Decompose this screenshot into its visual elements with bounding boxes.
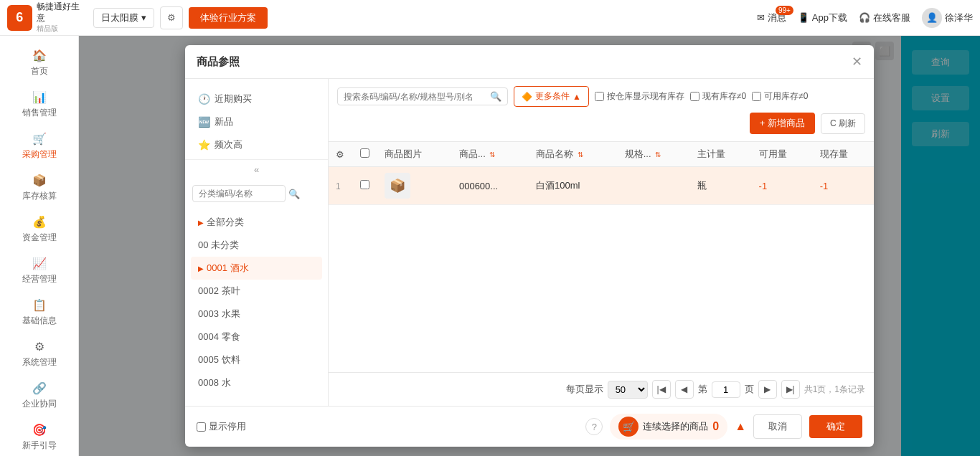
sidebar-item-finance[interactable]: 💰 资金管理 bbox=[0, 208, 78, 250]
select-all-checkbox[interactable] bbox=[360, 148, 369, 158]
cat-water[interactable]: 0008 水 bbox=[191, 371, 322, 394]
new-product-item[interactable]: 🆕 新品 bbox=[191, 110, 322, 133]
recent-icon: 🕐 bbox=[198, 93, 210, 105]
sidebar-label-sales: 销售管理 bbox=[22, 107, 57, 119]
show-disabled-label[interactable]: 显示停用 bbox=[197, 420, 246, 433]
cat-wine-icon: ▶ bbox=[198, 265, 204, 272]
sidebar-item-base[interactable]: 📋 基础信息 bbox=[0, 291, 78, 333]
sort-icon-name: ⇅ bbox=[578, 151, 583, 158]
refresh-btn[interactable]: C 刷新 bbox=[821, 113, 865, 134]
app-download-btn[interactable]: 📱 App下载 bbox=[798, 11, 847, 24]
store-dropdown[interactable]: 日太阳膜 ▾ bbox=[93, 8, 154, 28]
cat-snack[interactable]: 0004 零食 bbox=[191, 326, 322, 348]
sidebar-item-home[interactable]: 🏠 首页 bbox=[0, 42, 78, 83]
first-page-btn[interactable]: |◀ bbox=[652, 380, 671, 399]
current-stock-checkbox[interactable] bbox=[690, 92, 699, 101]
sidebar-item-system[interactable]: ⚙ 系统管理 bbox=[0, 333, 78, 374]
sidebar-item-purchase[interactable]: 🛒 采购管理 bbox=[0, 125, 78, 166]
modal-toolbar: 🔍 🔶 更多条件 ▲ 按仓库显示现有库存 bbox=[329, 79, 874, 142]
cat-wine-label: 0001 酒水 bbox=[207, 262, 249, 275]
collab-icon: 🔗 bbox=[32, 380, 47, 396]
main-layout: 🏠 首页 📊 销售管理 🛒 采购管理 📦 库存核算 💰 资金管理 📈 经营管理 … bbox=[0, 36, 980, 456]
warehouse-stock-checkbox[interactable] bbox=[595, 92, 604, 101]
show-disabled-checkbox[interactable] bbox=[197, 422, 206, 432]
page-number-input[interactable] bbox=[712, 381, 740, 398]
collapse-icon: « bbox=[254, 164, 259, 175]
current-stock-filter[interactable]: 现有库存≠0 bbox=[690, 90, 746, 103]
modal-close-btn[interactable]: ✕ bbox=[852, 54, 862, 70]
product-thumbnail: 📦 bbox=[385, 173, 410, 199]
more-filter-btn[interactable]: 🔶 更多条件 ▲ bbox=[514, 86, 589, 107]
inventory-icon: 📦 bbox=[32, 172, 47, 188]
cat-fruit[interactable]: 0003 水果 bbox=[191, 303, 322, 326]
cell-stock: -1 bbox=[813, 167, 874, 205]
cat-tea[interactable]: 0002 茶叶 bbox=[191, 280, 322, 303]
gear-button[interactable]: ⚙ bbox=[160, 6, 183, 29]
last-page-btn[interactable]: ▶| bbox=[781, 380, 800, 399]
modal-overlay: 商品参照 ✕ 🕐 近期购买 🆕 bbox=[79, 36, 980, 456]
home-icon: 🏠 bbox=[32, 47, 47, 63]
page-label: 第 bbox=[698, 383, 707, 396]
warehouse-stock-label: 按仓库显示现有库存 bbox=[607, 90, 684, 103]
product-search-icon[interactable]: 🔍 bbox=[490, 91, 501, 102]
category-search-input[interactable] bbox=[192, 185, 286, 202]
cat-fruit-label: 0003 水果 bbox=[198, 308, 240, 320]
sidebar-item-collab[interactable]: 🔗 企业协同 bbox=[0, 374, 78, 416]
collapse-cart-btn[interactable]: ▲ bbox=[735, 420, 746, 433]
messages-btn[interactable]: ✉ 消息 99+ bbox=[757, 11, 786, 24]
recent-label: 近期购买 bbox=[215, 92, 252, 105]
product-stock: -1 bbox=[820, 181, 829, 191]
recent-purchase-item[interactable]: 🕐 近期购买 bbox=[191, 87, 322, 110]
cat-unclassified[interactable]: 00 未分类 bbox=[191, 234, 322, 257]
user-area[interactable]: 👤 徐泽华 bbox=[922, 8, 973, 28]
confirm-btn[interactable]: 确定 bbox=[809, 415, 862, 438]
cat-snack-label: 0004 零食 bbox=[198, 331, 240, 343]
cart-count: 0 bbox=[712, 420, 719, 433]
product-name: 白酒100ml bbox=[536, 180, 580, 191]
new-label: 新品 bbox=[215, 115, 233, 128]
sidebar-label-system: 系统管理 bbox=[22, 356, 57, 369]
sidebar-item-business[interactable]: 📈 经营管理 bbox=[0, 250, 78, 291]
col-code-label: 商品... bbox=[459, 148, 486, 159]
row-checkbox[interactable] bbox=[360, 180, 369, 189]
cat-wine[interactable]: ▶ 0001 酒水 bbox=[191, 257, 322, 280]
col-code[interactable]: 商品... ⇅ bbox=[452, 142, 529, 167]
col-spec[interactable]: 规格... ⇅ bbox=[618, 142, 691, 167]
sidebar-label-guide: 新手引导 bbox=[22, 440, 57, 452]
available-stock-filter[interactable]: 可用库存≠0 bbox=[752, 90, 808, 103]
cat-unclassified-label: 00 未分类 bbox=[198, 239, 239, 252]
new-icon: 🆕 bbox=[198, 116, 210, 128]
cancel-btn[interactable]: 取消 bbox=[753, 414, 802, 439]
col-settings[interactable]: ⚙ bbox=[329, 142, 353, 167]
trial-button[interactable]: 体验行业方案 bbox=[189, 7, 268, 29]
table-row[interactable]: 1 📦 00 bbox=[329, 167, 874, 205]
sort-icon-code: ⇅ bbox=[489, 151, 495, 158]
sidebar-item-inventory[interactable]: 📦 库存核算 bbox=[0, 166, 78, 208]
cell-image: 📦 bbox=[377, 167, 452, 205]
prev-page-btn[interactable]: ◀ bbox=[675, 380, 694, 399]
frequent-item[interactable]: ⭐ 频次高 bbox=[191, 133, 322, 156]
left-collapse-btn[interactable]: « bbox=[185, 159, 328, 179]
cat-all[interactable]: ▶ 全部分类 bbox=[191, 211, 322, 234]
col-name[interactable]: 商品名称 ⇅ bbox=[529, 142, 618, 167]
cat-drink[interactable]: 0005 饮料 bbox=[191, 348, 322, 371]
cat-appliance[interactable]: 0010 家电 bbox=[191, 394, 322, 400]
service-btn[interactable]: 🎧 在线客服 bbox=[859, 11, 910, 24]
col-image: 商品图片 bbox=[377, 142, 452, 167]
help-btn[interactable]: ? bbox=[585, 418, 603, 435]
product-search-input[interactable] bbox=[344, 92, 487, 102]
next-page-btn[interactable]: ▶ bbox=[758, 380, 777, 399]
sidebar-item-guide[interactable]: 🎯 新手引导 bbox=[0, 416, 78, 456]
cat-expand-icon: ▶ bbox=[198, 219, 204, 227]
per-page-select[interactable]: 50 20 100 bbox=[608, 381, 648, 399]
category-search-icon[interactable]: 🔍 bbox=[288, 189, 300, 199]
sidebar-label-business: 经营管理 bbox=[22, 273, 57, 285]
sidebar-label-purchase: 采购管理 bbox=[22, 148, 57, 161]
store-name: 日太阳膜 bbox=[101, 11, 138, 24]
sidebar-item-sales[interactable]: 📊 销售管理 bbox=[0, 83, 78, 125]
cart-count-area[interactable]: 🛒 连续选择的商品 0 bbox=[610, 414, 727, 440]
warehouse-stock-filter[interactable]: 按仓库显示现有库存 bbox=[595, 90, 684, 103]
available-stock-checkbox[interactable] bbox=[752, 92, 761, 101]
modal-body: 🕐 近期购买 🆕 新品 ⭐ 频次高 bbox=[185, 79, 874, 406]
add-product-btn[interactable]: + 新增商品 bbox=[750, 113, 815, 134]
